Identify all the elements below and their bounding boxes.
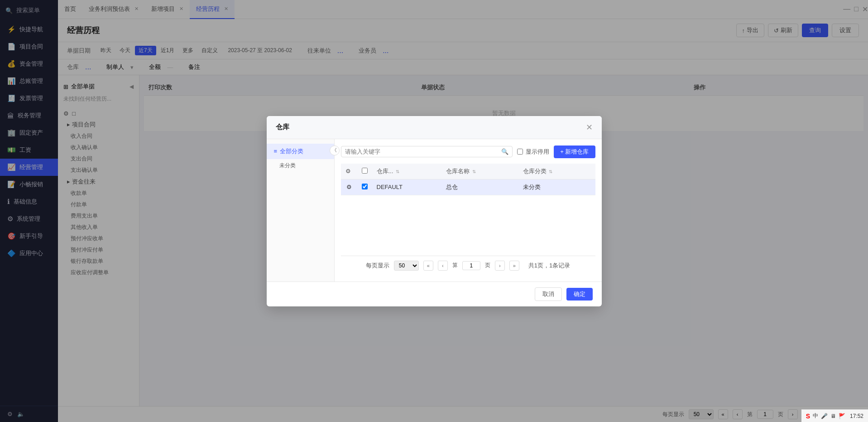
modal-page-label-pre: 算: [452, 262, 458, 269]
col-code-label: 仓库...: [377, 168, 393, 175]
modal-last-page[interactable]: »: [509, 261, 519, 271]
col-category-label: 仓库分类: [523, 168, 547, 175]
warehouse-modal: 仓库 ✕ ≡ 全部分类 《 未分类 🔍: [267, 116, 602, 306]
row-name: 总仓: [441, 179, 518, 195]
modal-prev-page[interactable]: ‹: [438, 261, 448, 271]
modal-content: 🔍 显示停用 + 新增仓库 ⚙: [335, 139, 602, 281]
confirm-button[interactable]: 确定: [566, 288, 593, 301]
collapse-sidebar-btn[interactable]: 《: [330, 146, 340, 155]
modal-sidebar-unclassified[interactable]: 未分类: [267, 159, 334, 172]
sidebar-all-label: 全部分类: [280, 147, 303, 155]
select-all-checkbox[interactable]: [362, 168, 368, 174]
tray-icon-flag: 🚩: [839, 413, 845, 419]
tray-icon-screen: 🖥: [830, 413, 836, 419]
col-name-label: 仓库名称: [446, 168, 470, 175]
tray-time: 17:52: [850, 413, 863, 419]
row-code: DEFAULT: [372, 179, 442, 195]
col-category: 仓库分类 ⇅: [518, 164, 595, 179]
tray-icon-s: S: [806, 412, 810, 420]
sort-name-icon: ⇅: [472, 169, 476, 174]
sort-code-icon: ⇅: [396, 169, 399, 174]
modal-body: ≡ 全部分类 《 未分类 🔍 显示停用 + 新增仓库: [267, 139, 602, 281]
warehouse-search-box: 🔍: [341, 146, 513, 157]
modal-close-button[interactable]: ✕: [586, 122, 593, 132]
modal-table-container: ⚙ 仓库... ⇅ 仓库名称 ⇅: [341, 164, 595, 256]
tray-icon-zhong: 中: [813, 412, 818, 420]
modal-next-page[interactable]: ›: [495, 261, 505, 271]
row-category: 未分类: [518, 179, 595, 195]
table-row[interactable]: ⚙ DEFAULT 总仓 未分类: [341, 179, 595, 195]
modal-per-page-label: 每页显示: [366, 262, 389, 270]
system-tray: S 中 🎤 🖥 🚩 17:52: [801, 409, 868, 422]
col-settings: ⚙: [341, 164, 357, 179]
modal-pagination: 每页显示 50 100 « ‹ 算 页 › » 共1页，1条记录: [341, 256, 595, 275]
col-checkbox: [357, 164, 372, 179]
modal-total: 共1页，1条记录: [528, 262, 570, 270]
sidebar-all-icon: ≡: [274, 148, 278, 155]
modal-title: 仓库: [276, 123, 289, 131]
modal-per-page-select[interactable]: 50 100: [394, 261, 419, 271]
modal-sidebar-all[interactable]: ≡ 全部分类: [267, 144, 334, 159]
modal-first-page[interactable]: «: [423, 261, 433, 271]
tray-icon-mic: 🎤: [821, 413, 828, 419]
modal-sidebar: ≡ 全部分类 《 未分类: [267, 139, 335, 281]
col-code: 仓库... ⇅: [372, 164, 442, 179]
row-checkbox[interactable]: [357, 179, 372, 195]
warehouse-search-input[interactable]: [345, 148, 499, 155]
col-name: 仓库名称 ⇅: [441, 164, 518, 179]
show-disabled-label: 显示停用: [517, 148, 549, 156]
modal-header: 仓库 ✕: [267, 116, 602, 139]
cancel-button[interactable]: 取消: [535, 287, 562, 301]
search-icon: 🔍: [501, 148, 508, 155]
sort-category-icon: ⇅: [549, 169, 552, 174]
modal-page-label: 页: [485, 262, 490, 269]
add-warehouse-button[interactable]: + 新增仓库: [554, 146, 595, 158]
modal-page-input[interactable]: [462, 261, 480, 270]
modal-actions: 取消 确定: [267, 281, 602, 306]
modal-toolbar: 🔍 显示停用 + 新增仓库: [341, 146, 595, 158]
row-settings[interactable]: ⚙: [341, 179, 357, 195]
modal-warehouse-table: ⚙ 仓库... ⇅ 仓库名称 ⇅: [341, 164, 595, 195]
show-disabled-checkbox[interactable]: [517, 149, 523, 155]
